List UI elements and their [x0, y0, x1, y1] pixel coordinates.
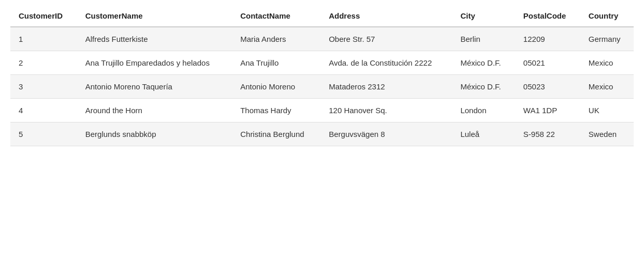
col-header-country: Country	[580, 5, 634, 27]
col-header-customername: CustomerName	[77, 5, 232, 27]
cell-contactname: Thomas Hardy	[232, 99, 320, 122]
cell-postalcode: 05023	[515, 75, 580, 99]
cell-address: Avda. de la Constitución 2222	[320, 51, 452, 75]
cell-contactname: Antonio Moreno	[232, 75, 320, 99]
table-row: 2Ana Trujillo Emparedados y heladosAna T…	[10, 51, 634, 75]
cell-customerid: 3	[10, 75, 77, 99]
cell-customername: Antonio Moreno Taquería	[77, 75, 232, 99]
table-container: CustomerID CustomerName ContactName Addr…	[0, 0, 644, 151]
cell-city: México D.F.	[452, 75, 515, 99]
cell-customername: Berglunds snabbköp	[77, 122, 232, 146]
cell-contactname: Ana Trujillo	[232, 51, 320, 75]
cell-city: México D.F.	[452, 51, 515, 75]
col-header-postalcode: PostalCode	[515, 5, 580, 27]
cell-country: Mexico	[580, 75, 634, 99]
cell-city: Luleå	[452, 122, 515, 146]
cell-customername: Ana Trujillo Emparedados y helados	[77, 51, 232, 75]
cell-postalcode: WA1 1DP	[515, 99, 580, 122]
cell-customerid: 2	[10, 51, 77, 75]
cell-address: Mataderos 2312	[320, 75, 452, 99]
cell-customername: Around the Horn	[77, 99, 232, 122]
cell-customerid: 1	[10, 27, 77, 51]
cell-customername: Alfreds Futterkiste	[77, 27, 232, 51]
cell-customerid: 5	[10, 122, 77, 146]
table-header-row: CustomerID CustomerName ContactName Addr…	[10, 5, 634, 27]
col-header-city: City	[452, 5, 515, 27]
cell-contactname: Christina Berglund	[232, 122, 320, 146]
cell-city: Berlin	[452, 27, 515, 51]
cell-postalcode: S-958 22	[515, 122, 580, 146]
cell-address: 120 Hanover Sq.	[320, 99, 452, 122]
col-header-contactname: ContactName	[232, 5, 320, 27]
table-row: 1Alfreds FutterkisteMaria AndersObere St…	[10, 27, 634, 51]
cell-contactname: Maria Anders	[232, 27, 320, 51]
cell-customerid: 4	[10, 99, 77, 122]
cell-postalcode: 05021	[515, 51, 580, 75]
cell-city: London	[452, 99, 515, 122]
cell-country: Germany	[580, 27, 634, 51]
cell-country: Mexico	[580, 51, 634, 75]
cell-postalcode: 12209	[515, 27, 580, 51]
col-header-customerid: CustomerID	[10, 5, 77, 27]
cell-address: Berguvsvägen 8	[320, 122, 452, 146]
cell-address: Obere Str. 57	[320, 27, 452, 51]
table-row: 5Berglunds snabbköpChristina BerglundBer…	[10, 122, 634, 146]
customers-table: CustomerID CustomerName ContactName Addr…	[10, 5, 634, 146]
table-row: 3Antonio Moreno TaqueríaAntonio MorenoMa…	[10, 75, 634, 99]
cell-country: UK	[580, 99, 634, 122]
table-row: 4Around the HornThomas Hardy120 Hanover …	[10, 99, 634, 122]
cell-country: Sweden	[580, 122, 634, 146]
col-header-address: Address	[320, 5, 452, 27]
